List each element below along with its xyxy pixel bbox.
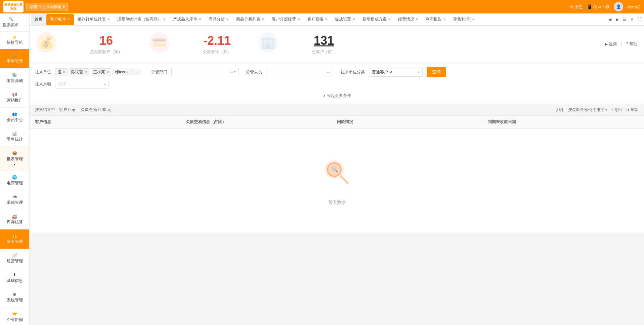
tab-close-all-btn[interactable]: ✕ (629, 16, 635, 23)
tab-production-inbound[interactable]: 产成品入库单 ✕ (169, 14, 205, 25)
tab-close-icon[interactable]: ✕ (416, 17, 418, 21)
help-label: 帮助 (629, 41, 637, 47)
tab-close-icon[interactable]: ✕ (388, 17, 391, 21)
tag-wu-close[interactable]: ✕ (62, 70, 65, 74)
tab-close-icon[interactable]: ✕ (262, 17, 264, 21)
stats-deco-icon-3: 🏢 (258, 32, 285, 56)
account-selector[interactable]: 母婴行业演示帐套 ▾ (26, 3, 68, 11)
tab-close-icon[interactable]: ✕ (199, 17, 201, 21)
debt-value: 0.00 (98, 107, 106, 112)
tab-home-label: 首页 (35, 16, 43, 22)
chevron-down-icon-3: ▾ (104, 82, 106, 86)
sidebar-item-marketing[interactable]: 📢 营销推广 (0, 88, 29, 108)
sidebar-item-retail[interactable]: 🛒 零售管理 (0, 49, 29, 69)
tab-operations[interactable]: 经营情况 ✕ (394, 14, 422, 25)
tab-retail-profit[interactable]: 零售利润( ✕ (449, 14, 478, 25)
stat-debt-amount: -2.11 欠款合计（万） (183, 33, 251, 55)
more-icon: ··· (230, 70, 233, 74)
branch-dept-select[interactable]: ··· ▾ (171, 68, 239, 76)
tab-customer-book[interactable]: 客户账本 ✕ (46, 14, 74, 25)
unit-category-select[interactable]: 普通客户 ✕ ▾ (369, 68, 423, 77)
more-icon-2: ··· (327, 70, 330, 74)
sidebar-item-member[interactable]: 👥 会员中心 (0, 108, 29, 127)
tab-close-icon[interactable]: ✕ (472, 17, 475, 21)
tab-profit-report-label: 利润报告 (426, 16, 442, 22)
sidebar-item-wholesale[interactable]: 📦 批发管理 ▾ (0, 147, 29, 171)
branch-person-select[interactable]: ··· (266, 68, 333, 76)
sidebar-item-retail-mall[interactable]: 🏪 零售商城 (0, 69, 29, 88)
wholesale-label: 批发管理 (3, 156, 27, 162)
tag-cjttcw-text: cjttcw (115, 70, 125, 74)
tag-wu-text: 伍 (57, 69, 61, 75)
member-label: 会员中心 (3, 117, 27, 123)
refresh-btn[interactable]: ↺ 刷新 (626, 107, 639, 113)
sidebar-item-inventory[interactable]: 🏭 库存核算 (0, 210, 29, 229)
sort-select[interactable]: 排序：按欠款金额倒序排序 ▾ (556, 107, 607, 113)
tab-promotion-settings[interactable]: 提成设置 ✕ (331, 14, 359, 25)
tab-home[interactable]: 首页 (31, 14, 46, 25)
sidebar-item-enterprise[interactable]: 🤝 企业协同 (0, 308, 29, 325)
tab-prev-btn[interactable]: ◀ (606, 16, 613, 23)
retail-mall-icon: 🏪 (3, 73, 27, 77)
tab-profit-report[interactable]: 利润报告 ✕ (422, 14, 449, 25)
tab-next-btn[interactable]: ▶ (614, 16, 620, 23)
tag-wang-close[interactable]: ✕ (106, 70, 109, 74)
stats-help: ▶ 视频 | ? 帮助 (605, 41, 637, 47)
tab-close-icon[interactable]: ✕ (297, 17, 300, 21)
balance-select[interactable]: 选择... ▾ (55, 80, 109, 89)
message-btn[interactable]: ✉ 消息 (569, 4, 583, 10)
debt-label: 欠款金额 (81, 107, 97, 112)
tab-close-icon[interactable]: ✕ (226, 17, 229, 21)
tab-menu-btn[interactable]: ☰ (621, 16, 628, 23)
tab-purchase-order-label: 采购订单统计表 (78, 16, 106, 22)
debt-info: 欠款金额 0.00 元 (81, 107, 111, 113)
sidebar-item-basic-info[interactable]: ℹ 基础信息 (0, 268, 29, 288)
help-btn[interactable]: ? 帮助 (626, 41, 637, 47)
export-btn[interactable]: ↑ 导出 (611, 107, 622, 113)
tab-close-icon[interactable]: ✕ (325, 17, 328, 21)
total-debtors-label: 总欠款客户（家） (90, 49, 122, 55)
table-col-debt-info: 欠款交易信息（占比） (186, 119, 337, 125)
filter-tag-more[interactable]: ... (132, 69, 140, 75)
app-download-btn[interactable]: 📱 App下载 (587, 4, 610, 10)
video-btn[interactable]: ▶ 视频 (605, 41, 617, 47)
tab-customer-contact[interactable]: 客户联络 ✕ (304, 14, 331, 25)
tab-close-icon[interactable]: ✕ (352, 17, 355, 21)
avatar[interactable]: 👤 (614, 2, 623, 11)
tab-product-analysis-list[interactable]: 商品分析列表 ✕ (232, 14, 268, 25)
tab-new-promotion[interactable]: 新增提成方案 ✕ (359, 14, 394, 25)
sidebar-item-ecommerce[interactable]: 🌐 电商管理 (0, 171, 29, 190)
ecommerce-icon: 🌐 (3, 175, 27, 180)
tab-close-icon[interactable]: ✕ (107, 17, 110, 21)
query-btn[interactable]: 查询 (427, 67, 446, 77)
sidebar-item-retail-stats[interactable]: 📊 零售统计 (0, 127, 29, 147)
sidebar-item-system[interactable]: ⚙ 系统管理 (0, 288, 29, 308)
tab-purchase-order[interactable]: 采购订单统计表 ✕ (74, 14, 114, 25)
tab-customer-stratify[interactable]: 客户分层经营 ✕ (268, 14, 304, 25)
tab-fullscreen-btn[interactable]: ⛶ (636, 16, 643, 23)
empty-state-text: 暂无数据 (328, 200, 346, 206)
collapse-btn[interactable]: ∧ 收起更多条件 (321, 92, 352, 100)
quick-nav-btn[interactable]: ⚡ 快捷导航 (0, 32, 29, 49)
sort-chevron-icon: ▾ (605, 108, 607, 112)
sidebar-item-operations[interactable]: 📈 经营管理 (0, 249, 29, 268)
sidebar-item-finance[interactable]: 💰 资金管理 (0, 229, 29, 249)
basic-info-icon: ℹ (3, 273, 27, 277)
tab-inbound-stats[interactable]: 进货单统计表（按商品） ✕ (114, 14, 169, 25)
app-download-label: App下载 (593, 4, 610, 10)
search-menu-btn[interactable]: 🔍 搜索菜单 (3, 17, 19, 28)
sidebar-item-purchase[interactable]: 🛍 采购管理 (0, 190, 29, 210)
filter-tag-chen: 陈民强 ✕ (69, 68, 89, 76)
inventory-label: 库存核算 (3, 219, 27, 225)
tab-close-icon[interactable]: ✕ (68, 17, 70, 21)
marketing-icon: 📢 (3, 92, 27, 97)
tab-bar-controls: ◀ ▶ ☰ ✕ ⛶ (606, 16, 643, 23)
tag-chen-close[interactable]: ✕ (84, 70, 87, 74)
tab-close-icon[interactable]: ✕ (163, 17, 166, 21)
tab-product-analysis[interactable]: 商品分析 ✕ (205, 14, 232, 25)
chevron-down-icon: ▾ (14, 163, 15, 166)
empty-icon: 🔍 (320, 155, 354, 195)
tag-cjttcw-close[interactable]: ✕ (126, 70, 129, 74)
tab-close-icon[interactable]: ✕ (443, 17, 446, 21)
unit-category-close[interactable]: ✕ (389, 70, 392, 74)
